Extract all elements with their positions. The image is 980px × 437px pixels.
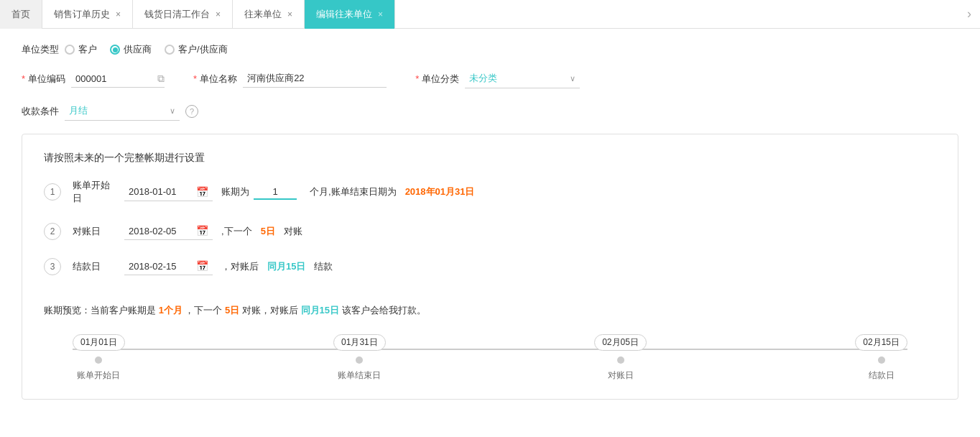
timeline-badge-1: 01月31日 xyxy=(333,334,386,351)
timeline-label-3: 结款日 xyxy=(869,369,895,382)
unit-category-dropdown[interactable]: 未分类 ∨ xyxy=(465,69,580,88)
unit-category-label: 单位分类 xyxy=(422,73,459,86)
preview-label: 账期预览：当前客户账期是 xyxy=(44,305,156,316)
row-num-3: 3 xyxy=(44,258,61,275)
start-date-field: 2018-01-01 📅 xyxy=(124,183,213,201)
timeline-badge-3: 02月15日 xyxy=(855,334,907,351)
reconcile-highlight: 5日 xyxy=(261,225,275,238)
unit-category-required: * xyxy=(415,73,419,84)
row-num-1: 1 xyxy=(44,183,61,201)
tab-bar: 首页 销售订单历史 × 钱货日清工作台 × 往来单位 × 编辑往来单位 × › xyxy=(0,0,980,29)
tab-counterparty[interactable]: 往来单位 × xyxy=(233,0,305,29)
start-date-calendar-icon[interactable]: 📅 xyxy=(196,186,208,198)
payment-terms-dropdown[interactable]: 月结 ∨ xyxy=(65,101,180,121)
payment-date-label: 结款日 xyxy=(73,260,116,273)
payment-date-value: 2018-02-15 xyxy=(129,261,193,272)
unit-name-label: 单位名称 xyxy=(200,73,237,86)
start-date-value: 2018-01-01 xyxy=(129,186,193,197)
radio-supplier[interactable]: 供应商 xyxy=(110,43,152,56)
unit-code-required: * xyxy=(22,73,25,84)
preview-text: 账期预览：当前客户账期是 1个月 ，下一个 5日 对账，对账后 同月15日 该客… xyxy=(44,304,936,317)
timeline-item-1: 01月31日 账单结束日 xyxy=(333,334,386,382)
timeline-dot-0 xyxy=(95,356,102,364)
radio-customer-circle xyxy=(65,45,75,55)
unit-name-required: * xyxy=(193,73,197,84)
start-date-label: 账单开始日 xyxy=(73,179,116,205)
close-edit-counterparty-icon[interactable]: × xyxy=(378,9,383,19)
timeline-container: 01月01日 账单开始日 01月31日 账单结束日 02月05日 对账日 xyxy=(44,334,936,382)
payment-terms-label: 收款条件 xyxy=(22,105,59,118)
reconcile-date-calendar-icon[interactable]: 📅 xyxy=(196,225,208,236)
radio-both[interactable]: 客户/供应商 xyxy=(165,43,228,56)
unit-category-chevron-icon: ∨ xyxy=(570,74,575,83)
timeline-dot-2 xyxy=(617,356,624,364)
tab-edit-counterparty[interactable]: 编辑往来单位 × xyxy=(305,0,395,29)
timeline: 01月01日 账单开始日 01月31日 账单结束日 02月05日 对账日 xyxy=(73,334,907,382)
tab-cash-ledger[interactable]: 钱货日清工作台 × xyxy=(133,0,233,29)
timeline-badge-2: 02月05日 xyxy=(594,334,647,351)
period-label: 账期为 xyxy=(221,185,249,198)
preview-mid1: ，下一个 xyxy=(185,305,222,316)
row-num-2: 2 xyxy=(44,223,61,240)
timeline-label-1: 账单结束日 xyxy=(338,369,381,382)
reconcile-suffix: 对账 xyxy=(284,225,302,238)
period-suffix: 个月,账单结束日期为 xyxy=(310,185,397,198)
setting-row-3: 3 结款日 2018-02-15 📅 ，对账后 同月15日 结款 xyxy=(44,257,936,275)
timeline-dot-3 xyxy=(878,356,885,364)
preview-end: 该客户会给我打款。 xyxy=(342,305,426,316)
unit-code-label: 单位编码 xyxy=(28,73,65,86)
unit-type-radio-group: 客户 供应商 客户/供应商 xyxy=(65,43,228,56)
radio-customer[interactable]: 客户 xyxy=(65,43,97,56)
timeline-item-2: 02月05日 对账日 xyxy=(594,334,647,382)
timeline-badge-0: 01月01日 xyxy=(73,334,125,351)
setting-panel: 请按照未来的一个完整帐期进行设置 1 账单开始日 2018-01-01 📅 账期… xyxy=(22,134,958,400)
close-cash-ledger-icon[interactable]: × xyxy=(216,9,221,19)
unit-code-field: ⧉ xyxy=(71,70,165,88)
unit-name-input[interactable] xyxy=(243,70,387,88)
payment-terms-row: 收款条件 月结 ∨ ? xyxy=(22,101,958,121)
unit-type-label: 单位类型 xyxy=(22,43,59,56)
unit-details-row: * 单位编码 ⧉ * 单位名称 * 单位分类 未分类 ∨ xyxy=(22,69,958,88)
tab-more-button[interactable]: › xyxy=(958,6,980,22)
preview-section: 账期预览：当前客户账期是 1个月 ，下一个 5日 对账，对账后 同月15日 该客… xyxy=(44,293,936,382)
payment-terms-chevron-icon: ∨ xyxy=(170,106,175,116)
payment-terms-value: 月结 xyxy=(69,104,165,117)
payment-prefix: ，对账后 xyxy=(221,260,259,273)
timeline-label-0: 账单开始日 xyxy=(77,369,120,382)
unit-code-copy-icon[interactable]: ⧉ xyxy=(157,73,165,85)
unit-code-input[interactable] xyxy=(71,70,157,87)
radio-both-circle xyxy=(165,45,175,55)
close-sales-history-icon[interactable]: × xyxy=(116,9,121,19)
setting-row-1: 1 账单开始日 2018-01-01 📅 账期为 个月,账单结束日期为 2018… xyxy=(44,179,936,205)
payment-date-field: 2018-02-15 📅 xyxy=(124,257,213,275)
reconcile-date-field: 2018-02-05 📅 xyxy=(124,222,213,240)
reconcile-date-label: 对账日 xyxy=(73,225,116,238)
unit-type-row: 单位类型 客户 供应商 客户/供应商 xyxy=(22,43,958,56)
timeline-line xyxy=(73,349,907,350)
preview-part2: 5日 xyxy=(225,305,239,316)
timeline-dot-1 xyxy=(356,356,363,364)
setting-row-2: 2 对账日 2018-02-05 📅 ,下一个 5日 对账 xyxy=(44,222,936,240)
tab-sales-history[interactable]: 销售订单历史 × xyxy=(42,0,133,29)
radio-supplier-circle xyxy=(110,45,120,55)
main-content: 单位类型 客户 供应商 客户/供应商 * 单位编码 ⧉ * 单位名称 * xyxy=(0,29,980,437)
payment-suffix: 结款 xyxy=(314,260,333,273)
payment-highlight: 同月15日 xyxy=(267,260,305,273)
timeline-item-3: 02月15日 结款日 xyxy=(855,334,907,382)
tab-home[interactable]: 首页 xyxy=(0,0,42,29)
reconcile-date-value: 2018-02-05 xyxy=(129,226,193,236)
close-counterparty-icon[interactable]: × xyxy=(287,9,292,19)
period-input[interactable] xyxy=(254,185,297,200)
end-date-highlight: 2018年01月31日 xyxy=(405,185,475,198)
unit-category-value: 未分类 xyxy=(469,72,565,85)
payment-date-calendar-icon[interactable]: 📅 xyxy=(196,260,208,272)
panel-title: 请按照未来的一个完整帐期进行设置 xyxy=(44,152,936,165)
timeline-item-0: 01月01日 账单开始日 xyxy=(73,334,125,382)
preview-part3: 同月15日 xyxy=(301,305,339,316)
preview-part1: 1个月 xyxy=(159,305,182,316)
reconcile-prefix: ,下一个 xyxy=(221,225,252,238)
preview-mid2: 对账，对账后 xyxy=(242,305,298,316)
help-icon[interactable]: ? xyxy=(185,105,198,118)
timeline-label-2: 对账日 xyxy=(608,369,634,382)
